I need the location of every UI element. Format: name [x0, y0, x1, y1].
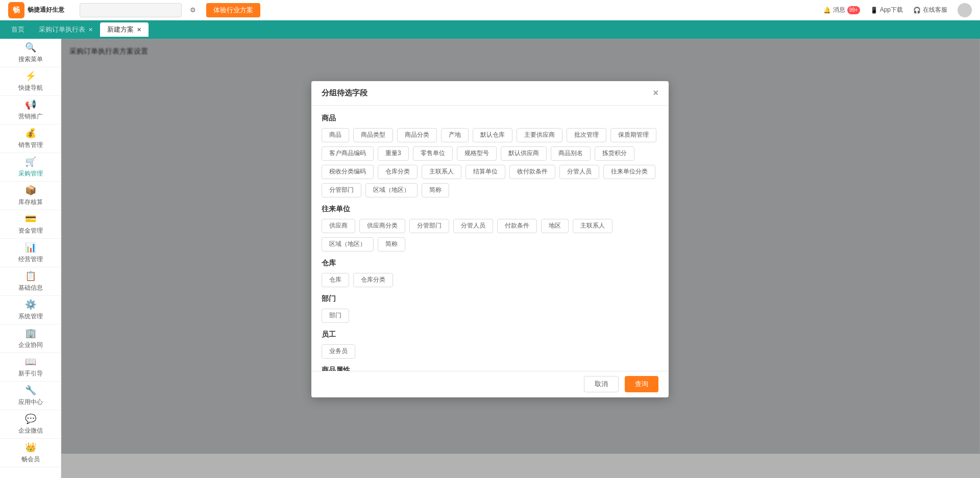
field-grid-1: 供应商供应商分类分管部门分管人员付款条件地区主联系人区域（地区）简称 [322, 219, 658, 251]
field-tag-0-6[interactable]: 批次管理 [567, 128, 606, 142]
field-tag-0-10[interactable]: 零售单位 [413, 146, 453, 161]
field-tag-0-8[interactable]: 客户商品编码 [322, 146, 374, 161]
field-tag-0-13[interactable]: 商品别名 [551, 146, 591, 161]
field-tag-1-1[interactable]: 供应商分类 [359, 219, 405, 233]
field-tag-0-16[interactable]: 仓库分类 [378, 165, 418, 179]
confirm-button[interactable]: 查询 [625, 376, 658, 392]
modal: 分组待选字段 × 商品商品商品类型商品分类产地默认仓库主要供应商批次管理保质期管… [311, 81, 669, 397]
field-grid-3: 部门 [322, 309, 658, 323]
modal-footer: 取消 查询 [311, 371, 669, 397]
field-tag-0-7[interactable]: 保质期管理 [610, 128, 656, 142]
field-tag-0-15[interactable]: 税收分类编码 [322, 165, 374, 179]
section-title-2: 仓库 [322, 259, 658, 268]
field-tag-0-22[interactable]: 分管部门 [322, 183, 361, 197]
field-tag-0-21[interactable]: 往来单位分类 [603, 165, 655, 179]
field-tag-1-4[interactable]: 付款条件 [497, 219, 537, 233]
section-title-0: 商品 [322, 114, 658, 123]
section-title-4: 员工 [322, 330, 658, 339]
field-tag-0-0[interactable]: 商品 [322, 128, 349, 142]
cancel-button[interactable]: 取消 [584, 376, 619, 392]
field-tag-4-0[interactable]: 业务员 [322, 344, 355, 359]
field-tag-0-1[interactable]: 商品类型 [353, 128, 393, 142]
section-title-3: 部门 [322, 294, 658, 304]
modal-title: 分组待选字段 [322, 88, 368, 98]
field-tag-2-0[interactable]: 仓库 [322, 273, 349, 287]
modal-body: 商品商品商品类型商品分类产地默认仓库主要供应商批次管理保质期管理客户商品编码重量… [311, 106, 669, 371]
field-tag-0-9[interactable]: 重量3 [378, 146, 409, 161]
field-tag-0-18[interactable]: 结算单位 [465, 165, 505, 179]
section-title-5: 商品属性 [322, 366, 658, 371]
section-title-1: 往来单位 [322, 205, 658, 214]
field-tag-0-11[interactable]: 规格型号 [457, 146, 497, 161]
field-tag-1-7[interactable]: 区域（地区） [322, 237, 374, 251]
field-tag-1-2[interactable]: 分管部门 [409, 219, 449, 233]
field-grid-4: 业务员 [322, 344, 658, 359]
field-tag-1-3[interactable]: 分管人员 [453, 219, 493, 233]
field-tag-0-12[interactable]: 默认供应商 [501, 146, 547, 161]
field-tag-2-1[interactable]: 仓库分类 [353, 273, 393, 287]
modal-close-button[interactable]: × [653, 88, 658, 98]
field-tag-0-3[interactable]: 产地 [441, 128, 469, 142]
field-tag-3-0[interactable]: 部门 [322, 309, 349, 323]
field-grid-0: 商品商品类型商品分类产地默认仓库主要供应商批次管理保质期管理客户商品编码重量3零… [322, 128, 658, 197]
field-tag-0-17[interactable]: 主联系人 [422, 165, 461, 179]
field-tag-1-8[interactable]: 简称 [378, 237, 405, 251]
modal-header: 分组待选字段 × [311, 81, 669, 106]
field-tag-0-4[interactable]: 默认仓库 [473, 128, 512, 142]
field-tag-0-23[interactable]: 区域（地区） [365, 183, 418, 197]
field-tag-1-5[interactable]: 地区 [541, 219, 569, 233]
field-tag-1-0[interactable]: 供应商 [322, 219, 355, 233]
field-tag-0-20[interactable]: 分管人员 [559, 165, 599, 179]
field-tag-0-2[interactable]: 商品分类 [397, 128, 437, 142]
field-grid-2: 仓库仓库分类 [322, 273, 658, 287]
field-tag-0-24[interactable]: 简称 [422, 183, 449, 197]
field-tag-0-14[interactable]: 拣货积分 [595, 146, 634, 161]
modal-wrapper: 分组待选字段 × 商品商品商品类型商品分类产地默认仓库主要供应商批次管理保质期管… [0, 0, 980, 478]
field-tag-1-6[interactable]: 主联系人 [573, 219, 612, 233]
field-tag-0-5[interactable]: 主要供应商 [517, 128, 562, 142]
field-tag-0-19[interactable]: 收付款条件 [509, 165, 555, 179]
